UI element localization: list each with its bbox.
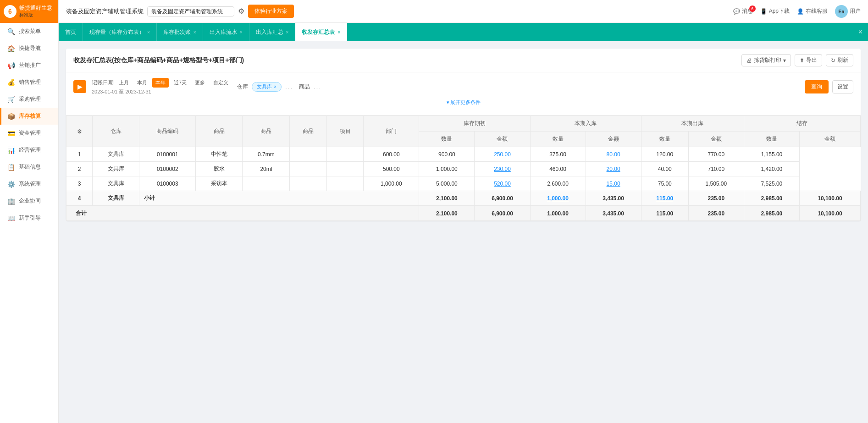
date-opt-上月[interactable]: 上月 <box>116 78 132 88</box>
cell-opening-qty: 600.00 <box>364 147 419 162</box>
cell-in-amt: 2,600.00 <box>530 176 586 191</box>
tab-close-inout-summary[interactable]: × <box>286 30 289 35</box>
date-opt-本年[interactable]: 本年 <box>152 78 169 88</box>
cell-out-qty[interactable]: 80.00 <box>586 147 641 162</box>
tab-label-batch: 库存批次账 <box>163 28 191 36</box>
system-title: 装备及固定资产辅助管理系统 <box>66 7 144 16</box>
refresh-button[interactable]: ↻ 刷新 <box>826 54 853 66</box>
sidebar-item-sales[interactable]: 💰销售管理 <box>0 74 58 91</box>
tab-close-stock-dist[interactable]: × <box>147 30 150 35</box>
message-badge-container[interactable]: 💬 消息 6 <box>733 7 753 15</box>
warehouse-label: 仓库 <box>237 83 248 91</box>
th-gear[interactable]: ⚙ <box>66 116 93 147</box>
subtotal-warehouse: 文具库 <box>93 191 139 206</box>
tab-label-stock-dist: 现存量（库存分布表） <box>89 28 144 36</box>
cell-in-qty[interactable]: 230.00 <box>475 162 530 176</box>
th-balance-qty: 数量 <box>744 132 799 147</box>
online-service-container[interactable]: 👤 在线客服 <box>797 7 828 15</box>
service-icon: 👤 <box>797 8 804 15</box>
expand-icon: ▾ <box>447 99 449 105</box>
cell-balance-amt: 1,420.00 <box>744 162 799 176</box>
expand-conditions-button[interactable]: ▾ 展开更多条件 <box>447 99 481 106</box>
tabs-close-all[interactable]: × <box>853 28 868 36</box>
tab-label-inout-flow: 出入库流水 <box>210 28 237 36</box>
sidebar-item-enterprise[interactable]: 🏢企业协同 <box>0 192 58 209</box>
tab-inout-flow[interactable]: 出入库流水× <box>203 23 249 41</box>
system-selector[interactable]: 装备及固定资产辅助管理系统 <box>147 6 234 16</box>
tab-stock-dist[interactable]: 现存量（库存分布表）× <box>83 23 157 41</box>
tab-inout-summary[interactable]: 出入库汇总× <box>249 23 296 41</box>
th-warehouse: 仓库 <box>93 116 139 147</box>
date-opt-更多[interactable]: 更多 <box>192 78 208 88</box>
filter-settings-button[interactable]: 设置 <box>832 80 853 93</box>
sidebar-label-search: 搜索菜单 <box>19 27 41 35</box>
date-opt-自定义[interactable]: 自定义 <box>210 78 232 88</box>
filter-goods-group: 商品 ... <box>299 83 322 91</box>
cell-opening-qty: 1,000.00 <box>364 176 419 191</box>
settings-button[interactable]: ⚙ <box>238 7 244 16</box>
warehouse-more-dots[interactable]: ... <box>285 83 293 90</box>
subtotal-out-qty: 115.00 <box>641 191 688 206</box>
tab-home[interactable]: 首页 <box>59 23 83 41</box>
sidebar-label-marketing: 营销推广 <box>19 61 41 69</box>
warehouse-tag-close[interactable]: × <box>274 84 276 89</box>
export-button[interactable]: ⬆ 导出 <box>795 54 822 66</box>
sidebar-item-guide[interactable]: 📖新手引导 <box>0 209 58 226</box>
subtotal-balance-qty: 2,985.00 <box>744 191 799 206</box>
tab-label-home: 首页 <box>65 28 76 36</box>
cell-out-qty[interactable]: 15.00 <box>586 176 641 191</box>
sidebar-item-inventory[interactable]: 📦库存核算 <box>0 108 58 125</box>
sidebar-item-purchase[interactable]: 🛒采购管理 <box>0 91 58 108</box>
refresh-icon: ↻ <box>831 57 835 64</box>
cell-spec <box>243 176 290 191</box>
tab-close-recv-send[interactable]: × <box>337 30 340 35</box>
subtotal-opening-amt: 6,900.00 <box>475 191 530 206</box>
cell-in-qty[interactable]: 520.00 <box>475 176 530 191</box>
warehouse-tag[interactable]: 文具库 × <box>252 82 282 92</box>
subtotal-opening-qty: 2,100.00 <box>419 191 475 206</box>
tab-batch[interactable]: 库存批次账× <box>157 23 203 41</box>
th-out-qty: 数量 <box>641 132 688 147</box>
filter-warehouse-group: 仓库 文具库 × ... <box>237 82 293 92</box>
tab-close-inout-flow[interactable]: × <box>240 30 243 35</box>
sidebar-item-finance[interactable]: 💳资金管理 <box>0 125 58 142</box>
sidebar-item-quick-nav[interactable]: 🏠快捷导航 <box>0 40 58 57</box>
user-label: 用户 <box>850 7 861 15</box>
cell-out-qty[interactable]: 20.00 <box>586 162 641 176</box>
trial-button[interactable]: 体验行业方案 <box>248 5 294 18</box>
total-out-amt: 235.00 <box>688 206 744 221</box>
date-opt-本月[interactable]: 本月 <box>134 78 150 88</box>
cell-balance-qty: 1,505.00 <box>688 176 744 191</box>
logo-icon: 6 <box>4 5 17 18</box>
date-opt-近7天[interactable]: 近7天 <box>171 78 190 88</box>
th-name3: 商品 <box>290 116 326 147</box>
user-menu[interactable]: Ea 用户 <box>835 5 861 18</box>
sidebar-item-basic[interactable]: 📋基础信息 <box>0 159 58 176</box>
query-button[interactable]: 查询 <box>805 80 829 93</box>
sidebar-label-inventory: 库存核算 <box>19 112 41 120</box>
filter-arrow-icon[interactable]: ▶ <box>73 80 86 93</box>
tab-close-batch[interactable]: × <box>194 30 196 35</box>
data-table: ⚙ 仓库 商品编码 商品 商品 商品 项目 部门 库存期初 本期入库 本期出库 … <box>66 115 861 221</box>
app-download-container[interactable]: 📱 App下载 <box>760 7 790 15</box>
filter-row-1: ▶ 记账日期 上月本月本年近7天更多自定义 2023-01-01 至 2023-… <box>73 78 853 95</box>
sidebar-item-system[interactable]: ⚙️系统管理 <box>0 176 58 192</box>
cell-out-amt: 120.00 <box>641 147 688 162</box>
tab-recv-send[interactable]: 收发存汇总表× <box>295 23 347 41</box>
sidebar-icon-inventory: 📦 <box>7 113 15 120</box>
total-in-qty: 1,000.00 <box>530 206 586 221</box>
cell-spec: 0.7mm <box>243 147 290 162</box>
cell-code: 0100003 <box>139 176 196 191</box>
cell-name: 采访本 <box>196 176 243 191</box>
goods-more-dots[interactable]: ... <box>314 83 322 90</box>
sidebar-item-search[interactable]: 🔍搜索菜单 <box>0 23 58 40</box>
chevron-down-icon: ▾ <box>783 57 786 64</box>
cell-spec: 20ml <box>243 162 290 176</box>
template-print-button[interactable]: 🖨 拣货版打印 ▾ <box>741 54 791 66</box>
cell-project <box>290 147 326 162</box>
cell-in-qty[interactable]: 250.00 <box>475 147 530 162</box>
sidebar-item-marketing[interactable]: 📢营销推广 <box>0 57 58 74</box>
data-table-container: ⚙ 仓库 商品编码 商品 商品 商品 项目 部门 库存期初 本期入库 本期出库 … <box>66 115 861 221</box>
sidebar-item-operation[interactable]: 📊经营管理 <box>0 142 58 159</box>
th-opening-amt: 金额 <box>475 132 530 147</box>
